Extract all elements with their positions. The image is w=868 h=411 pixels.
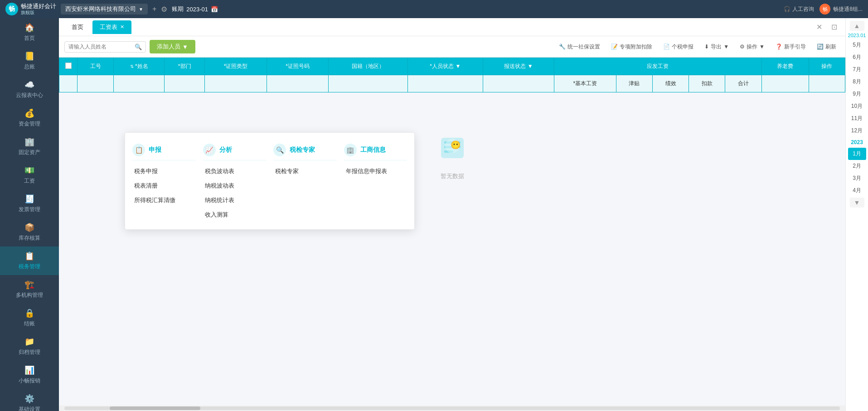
operation-chevron-icon: ▼ <box>759 44 765 50</box>
tab-salary[interactable]: 工资表 ✕ <box>92 20 131 34</box>
service-button[interactable]: 🎧 人工咨询 <box>784 5 814 13</box>
declaration-section-icon: 📋 <box>132 144 145 156</box>
user-info: 畅 畅捷通8组... <box>820 4 863 15</box>
headset-icon: 🎧 <box>784 6 790 12</box>
date-month-6[interactable]: 6月 <box>848 51 866 63</box>
top-bar-right: 🎧 人工咨询 畅 畅捷通8组... <box>784 4 863 15</box>
date-month-12[interactable]: 12月 <box>848 125 866 137</box>
table-header-name[interactable]: ⇅ *姓名 <box>114 58 165 75</box>
date-nav-up-icon[interactable]: ▲ <box>850 21 864 31</box>
sidebar-item-cloud[interactable]: ☁️ 云报表中心 <box>0 75 59 104</box>
refresh-btn[interactable]: 🔄 刷新 <box>813 41 840 53</box>
guide-btn-label: 新手引导 <box>784 43 806 51</box>
sidebar: 🏠 首页 📒 总账 ☁️ 云报表中心 💰 资金管理 🏢 固定资产 💵 工资 🧾 … <box>0 18 59 411</box>
sidebar-label-cloud: 云报表中心 <box>16 92 43 99</box>
sidebar-item-salary[interactable]: 💵 工资 <box>0 161 59 189</box>
search-input[interactable] <box>68 44 132 50</box>
add-company-icon[interactable]: + <box>152 5 156 13</box>
toolbar: 🔍 添加人员 ▼ 🔧 统一社保设置 📝 专项附加扣除 📄 个税申报 <box>59 36 845 58</box>
date-month-3[interactable]: 3月 <box>848 172 866 184</box>
date-nav-down-icon[interactable]: ▼ <box>850 198 864 208</box>
sidebar-item-inventory[interactable]: 📦 库存核算 <box>0 218 59 247</box>
header-checkbox[interactable] <box>65 63 72 69</box>
menu-item-tax-fluctuation[interactable]: 税负波动表 <box>203 164 267 179</box>
sub-header-pension <box>761 75 809 92</box>
social-insurance-btn[interactable]: 🔧 统一社保设置 <box>555 41 604 53</box>
guide-btn[interactable]: ❓ 新手引导 <box>772 41 810 53</box>
add-person-label: 添加人员 <box>157 43 180 51</box>
top-bar-left: 畅 畅捷通好会计 旗舰版 西安虾米网络科技有限公司 ▼ + ⚙ 账期 2023-… <box>5 3 218 15</box>
operation-btn[interactable]: ⚙ 操作 ▼ <box>736 41 768 53</box>
sidebar-item-assets[interactable]: 🏢 固定资产 <box>0 132 59 161</box>
sidebar-item-multi-org[interactable]: 🏗️ 多机构管理 <box>0 275 59 304</box>
menu-item-tax-statistics[interactable]: 纳税统计表 <box>203 193 267 208</box>
menu-item-tax-declaration[interactable]: 税务申报 <box>132 164 196 179</box>
menu-item-income-estimate[interactable]: 收入测算 <box>203 208 267 222</box>
table-header-checkbox[interactable] <box>59 58 78 75</box>
sidebar-item-tax[interactable]: 📋 税务管理 <box>0 247 59 275</box>
sidebar-label-report: 小畅报销 <box>19 377 40 385</box>
settings-icon[interactable]: ⚙ <box>161 5 167 14</box>
sidebar-item-invoice[interactable]: 🧾 发票管理 <box>0 189 59 218</box>
export-btn[interactable]: ⬇ 导出 ▼ <box>701 41 732 53</box>
table-header-report-status[interactable]: 报送状态 ▼ <box>483 58 554 75</box>
date-month-9[interactable]: 9月 <box>848 88 866 100</box>
window-restore-icon[interactable]: ⊡ <box>829 22 840 32</box>
sidebar-item-settings[interactable]: ⚙️ 基础设置 <box>0 389 59 411</box>
sidebar-label-home: 首页 <box>24 34 35 42</box>
tab-home[interactable]: 首页 <box>64 20 91 34</box>
menu-section-declaration: 📋 申报 税务申报 税表清册 所得税汇算清缴 <box>132 140 196 222</box>
sidebar-label-inventory: 库存核算 <box>19 234 40 242</box>
date-month-4[interactable]: 4月 <box>848 184 866 197</box>
sidebar-item-close-account[interactable]: 🔒 结账 <box>0 304 59 332</box>
table-header-dept: *部门 <box>164 58 204 75</box>
menu-item-tax-table[interactable]: 税表清册 <box>132 179 196 193</box>
bottom-scrollbar[interactable] <box>59 406 845 411</box>
sidebar-item-ledger[interactable]: 📒 总账 <box>0 47 59 75</box>
sidebar-item-archive[interactable]: 📁 归档管理 <box>0 332 59 361</box>
date-month-11[interactable]: 11月 <box>848 112 866 125</box>
add-person-button[interactable]: 添加人员 ▼ <box>150 40 195 53</box>
company-selector[interactable]: 西安虾米网络科技有限公司 ▼ <box>61 4 148 15</box>
export-chevron-icon: ▼ <box>723 44 729 50</box>
logo-text: 畅捷通好会计 旗舰版 <box>21 3 56 15</box>
menu-item-tax-payment[interactable]: 纳税波动表 <box>203 179 267 193</box>
date-sidebar: ▲ 2023.01 5月 6月 7月 8月 9月 10月 11月 12月 202… <box>845 18 868 411</box>
tab-close-icon[interactable]: ✕ <box>120 24 124 30</box>
scroll-thumb[interactable] <box>110 406 200 410</box>
date-month-2[interactable]: 2月 <box>848 160 866 172</box>
menu-section-header-tax-expert: 🔍 税检专家 <box>273 140 337 160</box>
menu-item-tax-expert[interactable]: 税检专家 <box>273 164 337 179</box>
refresh-icon: 🔄 <box>817 44 824 50</box>
date-month-5[interactable]: 5月 <box>848 39 866 51</box>
sidebar-item-report[interactable]: 📊 小畅报销 <box>0 361 59 389</box>
date-year-2023[interactable]: 2023 <box>848 137 866 148</box>
tab-salary-label: 工资表 <box>100 23 117 31</box>
sidebar-label-close-account: 结账 <box>24 320 35 328</box>
sidebar-item-fund[interactable]: 💰 资金管理 <box>0 104 59 132</box>
date-month-8[interactable]: 8月 <box>848 76 866 88</box>
tax-return-btn[interactable]: 📄 个税申报 <box>659 41 697 53</box>
table-header-status[interactable]: *人员状态 ▼ <box>407 58 483 75</box>
table-header-action: 操作 <box>809 58 845 75</box>
calendar-icon[interactable]: 📅 <box>211 6 218 13</box>
date-month-1[interactable]: 1月 <box>848 148 866 160</box>
date-month-7[interactable]: 7月 <box>848 63 866 76</box>
search-icon: 🔍 <box>135 44 142 50</box>
logo-sub: 旗舰版 <box>21 10 56 15</box>
tax-return-label: 个税申报 <box>672 43 693 51</box>
menu-section-header-business: 🏢 工商信息 <box>344 140 407 160</box>
sub-header-blank-9 <box>483 75 554 92</box>
menu-item-income-tax[interactable]: 所得税汇算清缴 <box>132 193 196 208</box>
menu-item-annual-report[interactable]: 年报信息申报表 <box>344 164 407 179</box>
logo-main: 畅捷通好会计 <box>21 3 56 10</box>
sidebar-item-home[interactable]: 🏠 首页 <box>0 18 59 47</box>
guide-btn-icon: ❓ <box>776 44 782 50</box>
chevron-down-icon: ▼ <box>139 7 143 12</box>
special-deduction-btn[interactable]: 📝 专项附加扣除 <box>607 41 656 53</box>
main-content: 首页 工资表 ✕ ✕ ⊡ 🔍 添加人员 ▼ <box>59 18 845 411</box>
window-close-icon[interactable]: ✕ <box>814 22 825 32</box>
sub-header-deduction: 扣款 <box>689 75 725 92</box>
sub-header-allowance: 津贴 <box>616 75 652 92</box>
date-month-10[interactable]: 10月 <box>848 100 866 112</box>
